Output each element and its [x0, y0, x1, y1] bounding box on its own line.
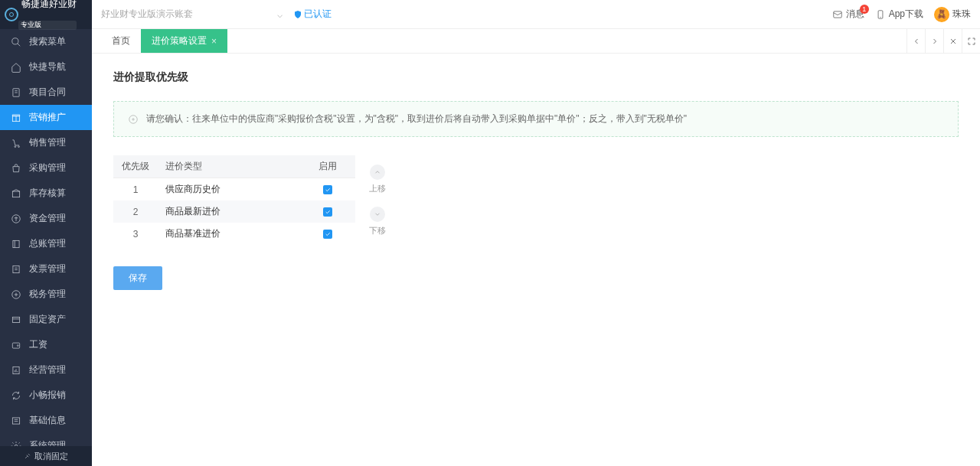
tabs-controls — [906, 29, 980, 53]
sidebar-item-operation[interactable]: 经营管理 — [0, 357, 92, 383]
save-button[interactable]: 保存 — [113, 266, 162, 290]
cell-enable — [300, 200, 355, 223]
sidebar-item-purchase[interactable]: 采购管理 — [0, 155, 92, 181]
chevron-down-icon: ⌵ — [277, 9, 283, 20]
tab-price-strategy[interactable]: 进价策略设置 × — [141, 29, 227, 53]
checkbox-checked[interactable] — [323, 230, 332, 239]
sidebar-label: 销售管理 — [29, 136, 66, 149]
brand-edition: 专业版 — [18, 21, 77, 30]
sidebar-label: 项目合同 — [29, 86, 66, 99]
sidebar-item-basic[interactable]: 基础信息 — [0, 408, 92, 433]
table-row[interactable]: 3 商品基准进价 — [113, 223, 355, 245]
expand-icon — [967, 37, 976, 46]
messages-button[interactable]: 消息 1 — [832, 8, 864, 21]
tab-label: 首页 — [112, 34, 130, 47]
cart-icon — [11, 138, 21, 148]
page-title: 进价提取优先级 — [113, 70, 959, 84]
move-down-button[interactable]: 下移 — [369, 207, 386, 236]
sidebar-item-quicknav[interactable]: 快捷导航 — [0, 54, 92, 80]
sidebar-label: 搜索菜单 — [29, 35, 66, 48]
close-icon — [949, 37, 958, 46]
sidebar-item-assets[interactable]: 固定资产 — [0, 307, 92, 332]
priority-table: 优先级 进价类型 启用 1 供应商历史价 2 商品最新 — [113, 155, 355, 245]
money-icon — [11, 213, 21, 224]
sidebar-item-marketing[interactable]: 营销推广 — [0, 105, 92, 130]
phone-icon — [875, 9, 886, 20]
sidebar-item-inventory[interactable]: 库存核算 — [0, 181, 92, 206]
sidebar-item-salary[interactable]: 工资 — [0, 332, 92, 357]
sidebar-item-ledger[interactable]: 总账管理 — [0, 231, 92, 256]
svg-point-0 — [12, 37, 18, 44]
org-name: 好业财专业版演示账套 — [101, 8, 193, 21]
sidebar-label: 固定资产 — [29, 313, 66, 326]
tabs-close-button[interactable] — [943, 29, 962, 54]
sidebar-item-invoice[interactable]: 发票管理 — [0, 256, 92, 282]
chevron-down-icon — [374, 210, 381, 218]
sidebar-unpin[interactable]: 取消固定 — [0, 446, 92, 466]
cell-enable — [300, 223, 355, 245]
chevron-up-icon — [374, 168, 381, 176]
svg-rect-31 — [833, 11, 841, 17]
unpin-icon — [24, 452, 31, 460]
sidebar-label: 采购管理 — [29, 161, 66, 174]
sidebar-item-search[interactable]: 搜索菜单 — [0, 29, 92, 54]
svg-rect-15 — [13, 266, 19, 272]
brand-name: 畅捷通好业财 — [21, 0, 77, 10]
svg-point-7 — [15, 145, 16, 147]
app-download-button[interactable]: App下载 — [875, 8, 923, 21]
sidebar-item-funds[interactable]: 资金管理 — [0, 206, 92, 231]
sidebar-item-project[interactable]: 项目合同 — [0, 80, 92, 105]
sidebar-label: 资金管理 — [29, 212, 66, 225]
sidebar: 畅捷通好业财 专业版 搜索菜单 快捷导航 项目合同 营销推广 — [0, 0, 92, 466]
move-up-label: 上移 — [369, 183, 386, 194]
chevron-right-icon — [930, 37, 939, 46]
box-icon — [11, 188, 21, 199]
sidebar-label: 系统管理 — [29, 439, 66, 446]
sidebar-label: 营销推广 — [29, 111, 66, 124]
info-alert: 请您确认：往来单位中的供应商"采购报价含税"设置，为"含税"，取到进价后将自动带… — [113, 101, 959, 137]
svg-rect-27 — [12, 417, 19, 423]
move-down-label: 下移 — [369, 225, 386, 236]
sidebar-item-expense[interactable]: 小畅报销 — [0, 383, 92, 408]
svg-point-34 — [132, 118, 134, 119]
sidebar-label: 工资 — [29, 338, 47, 351]
sidebar-item-sales[interactable]: 销售管理 — [0, 130, 92, 155]
cell-priority: 3 — [113, 223, 158, 245]
close-icon[interactable]: × — [211, 36, 217, 47]
sidebar-label: 基础信息 — [29, 414, 66, 427]
refresh-icon — [11, 390, 21, 401]
sidebar-item-tax[interactable]: 税务管理 — [0, 282, 92, 307]
receipt-icon — [11, 264, 21, 275]
cell-priority: 1 — [113, 178, 158, 201]
gift-icon — [11, 112, 21, 123]
logo-icon — [5, 8, 18, 21]
doc-icon — [11, 87, 21, 98]
tab-home[interactable]: 首页 — [101, 29, 141, 53]
checkbox-checked[interactable] — [323, 185, 332, 194]
tabs-next-button[interactable] — [925, 29, 943, 54]
table-row[interactable]: 2 商品最新进价 — [113, 200, 355, 223]
list-icon — [11, 415, 21, 426]
fullscreen-button[interactable] — [962, 29, 980, 54]
tabs-prev-button[interactable] — [906, 29, 925, 54]
user-menu[interactable]: 🧸 珠珠 — [934, 7, 971, 22]
move-up-button[interactable]: 上移 — [369, 165, 386, 194]
user-name: 珠珠 — [952, 8, 971, 21]
sidebar-label: 发票管理 — [29, 262, 66, 275]
home-icon — [11, 62, 21, 73]
org-selector[interactable]: 好业财专业版演示账套 ⌵ — [101, 8, 283, 21]
checkbox-checked[interactable] — [323, 207, 332, 217]
svg-rect-9 — [12, 191, 19, 197]
sidebar-label: 库存核算 — [29, 187, 66, 200]
asset-icon — [11, 314, 21, 325]
cell-priority: 2 — [113, 200, 158, 223]
table-row[interactable]: 1 供应商历史价 — [113, 178, 355, 201]
sidebar-item-system[interactable]: 系统管理 — [0, 433, 92, 446]
col-priority: 优先级 — [113, 155, 158, 178]
tax-icon — [11, 289, 21, 300]
search-icon — [11, 37, 21, 47]
sidebar-label: 税务管理 — [29, 288, 66, 301]
message-icon — [832, 9, 843, 20]
unpin-label: 取消固定 — [34, 451, 68, 462]
content: 进价提取优先级 请您确认：往来单位中的供应商"采购报价含税"设置，为"含税"，取… — [92, 54, 980, 466]
